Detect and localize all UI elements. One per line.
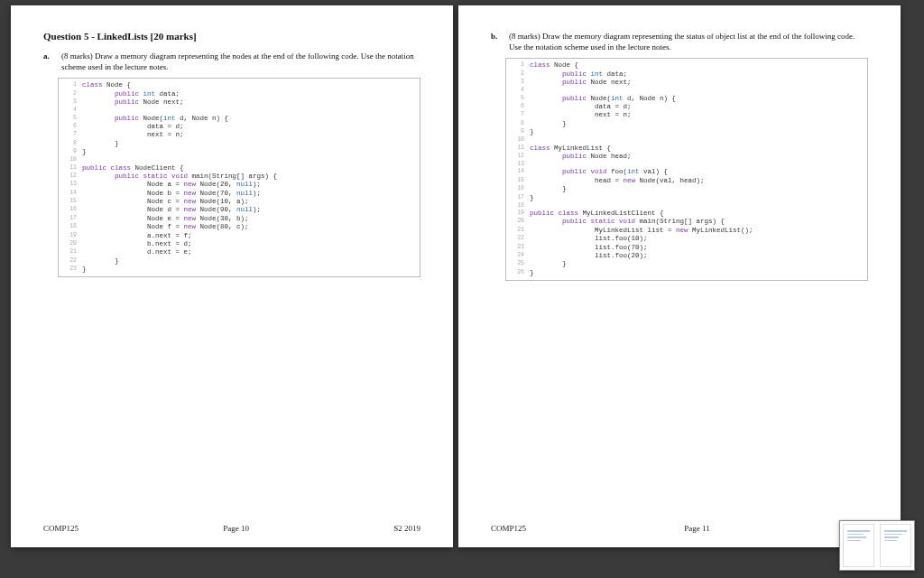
footer-course: COMP125 (43, 524, 79, 533)
code-line: 20 public static void main(String[] args… (508, 218, 865, 226)
footer-course: COMP125 (491, 524, 526, 533)
footer-page: Page 11 (684, 524, 709, 533)
code-line: 1class Node { (60, 81, 418, 89)
part-b-label: b. (491, 31, 504, 52)
code-line: 18 (508, 202, 865, 210)
code-line: 22 } (60, 257, 418, 266)
code-line: 17} (508, 194, 865, 202)
code-line: 15 Node c = new Node(10, a); (60, 198, 418, 206)
code-line: 4 (60, 107, 418, 114)
code-line: 10 (508, 136, 865, 144)
footer-term: S2 2019 (393, 524, 420, 533)
code-line: 9} (60, 148, 418, 156)
code-line: 9} (508, 128, 865, 136)
page-footer-right: COMP125 Page 11 (491, 524, 868, 533)
code-line: 14 Node b = new Node(70, null); (60, 190, 418, 198)
code-line: 2 public int data; (60, 90, 418, 98)
code-line: 13 (508, 161, 865, 168)
part-a-label: a. (43, 51, 56, 72)
page-right: b. (8 marks) Draw the memory diagram rep… (458, 5, 901, 547)
code-line: 17 Node e = new Node(30, b); (60, 215, 418, 223)
question-title: Question 5 - LinkedLists [20 marks] (43, 31, 420, 42)
code-line: 2 public int data; (508, 70, 865, 79)
footer-page: Page 10 (223, 524, 249, 533)
code-line: 10 (60, 156, 418, 163)
code-line: 21 MyLinkedList list = new MyLinkedList(… (508, 227, 865, 235)
code-line: 18 Node f = new Node(80, c); (60, 223, 418, 231)
code-line: 8 } (60, 140, 418, 148)
code-line: 23 list.foo(70); (508, 244, 865, 252)
code-line: 3 public Node next; (60, 98, 418, 107)
code-line: 11class MyLinkedList { (508, 144, 865, 153)
thumbnail-inner (840, 521, 914, 570)
code-line: 19public class MyLinkedListClient { (508, 210, 865, 218)
code-line: 6 data = d; (60, 123, 418, 131)
code-line: 6 data = d; (508, 103, 865, 111)
part-b: b. (8 marks) Draw the memory diagram rep… (491, 31, 868, 52)
code-line: 19 a.next = f; (60, 232, 418, 240)
code-line: 12 public Node head; (508, 153, 865, 161)
code-line: 24 list.foo(20); (508, 252, 865, 260)
code-line: 3 public Node next; (508, 79, 865, 87)
code-line: 4 (508, 87, 865, 94)
code-line: 15 head = new Node(val, head); (508, 177, 865, 185)
code-line: 8 } (508, 120, 865, 128)
viewer: Question 5 - LinkedLists [20 marks] a. (… (0, 0, 924, 578)
code-line: 23} (60, 266, 418, 274)
part-a-text: (8 marks) Draw a memory diagram represen… (61, 51, 420, 72)
code-line: 26} (508, 269, 865, 277)
thumbnail-preview[interactable] (839, 520, 915, 571)
code-line: 21 d.next = e; (60, 248, 418, 256)
code-block-b: 1class Node {2 public int data;3 public … (505, 58, 868, 281)
code-line: 5 public Node(int d, Node n) { (60, 115, 418, 123)
code-line: 7 next = n; (508, 111, 865, 119)
code-line: 5 public Node(int d, Node n) { (508, 95, 865, 103)
code-line: 25 } (508, 260, 865, 268)
page-spread: Question 5 - LinkedLists [20 marks] a. (… (0, 0, 924, 553)
code-line: 7 next = n; (60, 131, 418, 139)
page-left: Question 5 - LinkedLists [20 marks] a. (… (11, 5, 453, 547)
part-b-text: (8 marks) Draw the memory diagram repres… (509, 31, 868, 52)
part-a: a. (8 marks) Draw a memory diagram repre… (43, 51, 420, 72)
code-line: 13 Node a = new Node(20, null); (60, 181, 418, 189)
page-footer-left: COMP125 Page 10 S2 2019 (43, 524, 420, 533)
code-line: 22 list.foo(10); (508, 235, 865, 243)
code-line: 11public class NodeClient { (60, 164, 418, 172)
code-line: 16 Node d = new Node(90, null); (60, 206, 418, 214)
code-line: 16 } (508, 185, 865, 193)
code-block-a: 1class Node {2 public int data;3 public … (58, 78, 420, 277)
code-line: 1class Node { (508, 61, 865, 70)
thumb-page-left (843, 524, 874, 567)
code-line: 12 public static void main(String[] args… (60, 172, 418, 181)
code-line: 14 public void foo(int val) { (508, 168, 865, 176)
code-line: 20 b.next = d; (60, 240, 418, 248)
thumb-page-right (880, 524, 911, 567)
